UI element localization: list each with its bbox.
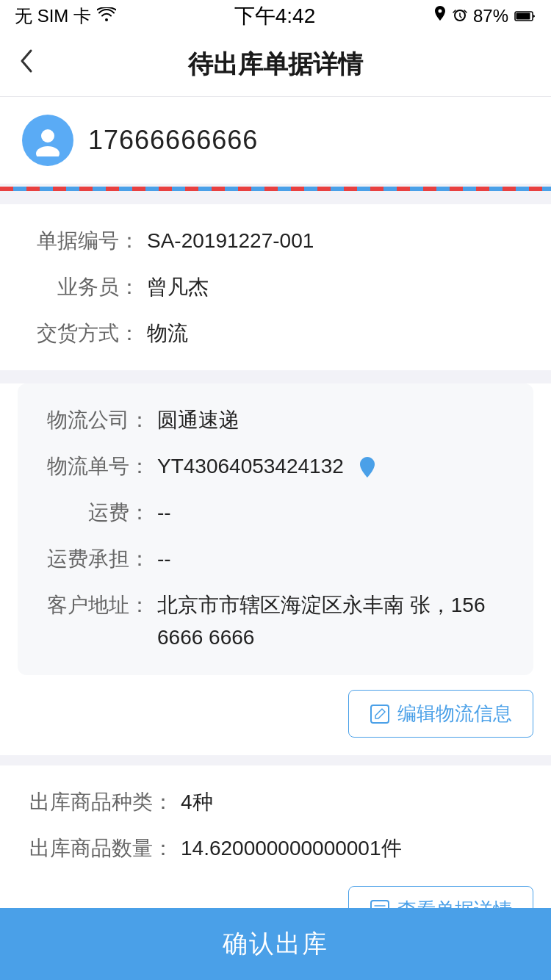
svg-point-3 bbox=[41, 129, 54, 143]
confirm-bar[interactable]: 确认出库 bbox=[0, 908, 551, 980]
svg-rect-6 bbox=[371, 705, 389, 723]
wifi-icon bbox=[97, 6, 116, 26]
product-quantity-row: 出库商品数量： 14.620000000000001件 bbox=[29, 832, 522, 865]
status-bar-time: 下午4:42 bbox=[234, 2, 316, 30]
location-pin-icon[interactable] bbox=[354, 454, 381, 480]
status-bar: 无 SIM 卡 下午4:42 bbox=[0, 0, 551, 32]
document-number-value: SA-20191227-001 bbox=[147, 225, 522, 258]
battery-icon bbox=[514, 6, 536, 26]
sales-person-row: 业务员： 曾凡杰 bbox=[29, 271, 522, 304]
svg-rect-2 bbox=[516, 13, 530, 20]
user-phone: 17666666666 bbox=[88, 125, 258, 156]
svg-point-4 bbox=[36, 146, 60, 156]
back-button[interactable] bbox=[18, 46, 35, 82]
battery-text: 87% bbox=[473, 6, 508, 26]
sales-person-value: 曾凡杰 bbox=[147, 271, 522, 304]
freight-label: 运费： bbox=[40, 497, 157, 530]
logistics-tracking-label: 物流单号： bbox=[40, 450, 157, 483]
freight-bearer-label: 运费承担： bbox=[40, 543, 157, 576]
edit-logistics-label: 编辑物流信息 bbox=[397, 701, 512, 727]
product-quantity-label: 出库商品数量： bbox=[29, 832, 181, 865]
logistics-tracking-row: 物流单号： YT43064053424132 bbox=[40, 450, 511, 483]
address-row: 客户地址： 北京市市辖区海淀区永丰南 张，156 6666 6666 bbox=[40, 589, 511, 655]
edit-logistics-wrapper: 编辑物流信息 bbox=[0, 675, 551, 755]
document-info-section: 单据编号： SA-20191227-001 业务员： 曾凡杰 交货方式： 物流 bbox=[0, 204, 551, 370]
product-type-label: 出库商品种类： bbox=[29, 786, 181, 819]
freight-value: -- bbox=[157, 497, 511, 530]
delivery-method-value: 物流 bbox=[147, 317, 522, 350]
document-number-label: 单据编号： bbox=[29, 225, 147, 258]
delivery-method-label: 交货方式： bbox=[29, 317, 147, 350]
status-bar-right: 87% bbox=[433, 6, 536, 26]
confirm-button-label: 确认出库 bbox=[223, 927, 328, 961]
status-bar-left: 无 SIM 卡 bbox=[15, 4, 116, 28]
logistics-company-value: 圆通速递 bbox=[157, 404, 511, 437]
delivery-method-row: 交货方式： 物流 bbox=[29, 317, 522, 350]
alarm-icon bbox=[453, 6, 467, 26]
logistics-company-row: 物流公司： 圆通速递 bbox=[40, 404, 511, 437]
page-title: 待出库单据详情 bbox=[188, 48, 363, 82]
avatar bbox=[22, 115, 73, 166]
logistics-tracking-value: YT43064053424132 bbox=[157, 450, 511, 483]
logistics-card: 物流公司： 圆通速递 物流单号： YT43064053424132 运费： --… bbox=[18, 383, 533, 675]
freight-bearer-row: 运费承担： -- bbox=[40, 543, 511, 576]
product-type-row: 出库商品种类： 4种 bbox=[29, 786, 522, 819]
product-quantity-value: 14.620000000000001件 bbox=[181, 832, 522, 865]
document-number-row: 单据编号： SA-20191227-001 bbox=[29, 225, 522, 258]
address-label: 客户地址： bbox=[40, 589, 157, 622]
carrier-text: 无 SIM 卡 bbox=[15, 4, 91, 28]
edit-logistics-button[interactable]: 编辑物流信息 bbox=[348, 690, 533, 738]
product-section: 出库商品种类： 4种 出库商品数量： 14.620000000000001件 bbox=[0, 765, 551, 886]
section-separator-1 bbox=[0, 755, 551, 765]
nav-bar: 待出库单据详情 bbox=[0, 32, 551, 97]
dashed-separator bbox=[0, 187, 551, 191]
freight-bearer-value: -- bbox=[157, 543, 511, 576]
freight-row: 运费： -- bbox=[40, 497, 511, 530]
sales-person-label: 业务员： bbox=[29, 271, 147, 304]
product-type-value: 4种 bbox=[181, 786, 522, 819]
user-header: 17666666666 bbox=[0, 97, 551, 184]
location-status-icon bbox=[433, 6, 447, 26]
edit-icon bbox=[370, 704, 390, 724]
logistics-company-label: 物流公司： bbox=[40, 404, 157, 437]
address-value: 北京市市辖区海淀区永丰南 张，156 6666 6666 bbox=[157, 589, 511, 655]
